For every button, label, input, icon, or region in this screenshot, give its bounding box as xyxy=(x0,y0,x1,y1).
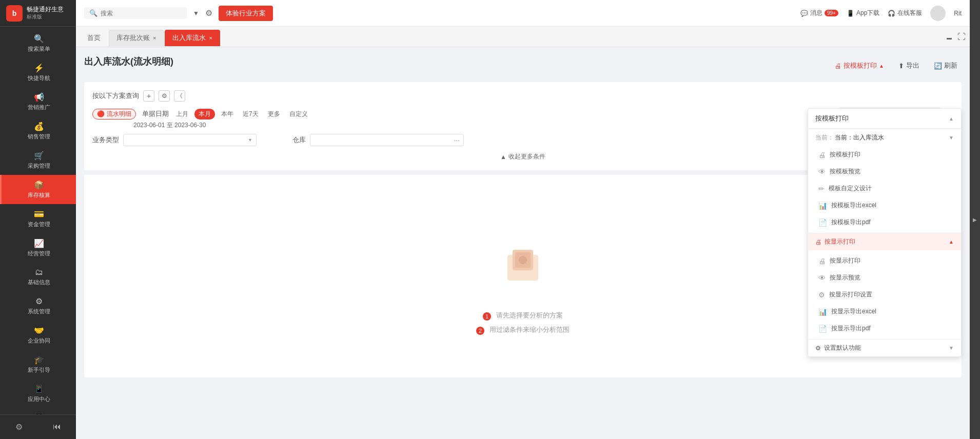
sidebar-item-quicknav[interactable]: ⚡ 快捷导航 xyxy=(0,58,76,87)
display-preview-label: 按显示预览 xyxy=(830,273,860,282)
date-btn-custom[interactable]: 自定义 xyxy=(286,109,311,119)
sidebar-item-guide[interactable]: 🎓 新手引导 xyxy=(0,350,76,379)
biz-type-select-wrap[interactable] xyxy=(123,134,257,146)
svg-point-3 xyxy=(519,256,527,264)
dropdown-header: 按模板打印 ▲ xyxy=(808,109,961,129)
biz-type-select[interactable] xyxy=(123,134,257,146)
dropdown-footer[interactable]: ⚙ 设置默认功能 ▼ xyxy=(808,339,961,356)
dropdown-item-display-settings[interactable]: ⚙ 按显示打印设置 xyxy=(808,286,961,303)
sidebar-item-wechat[interactable]: 💬 企业微信 xyxy=(0,408,76,414)
logo-icon: b xyxy=(6,5,23,22)
page-title: 出入库流水(流水明细) xyxy=(84,55,173,68)
display-pdf-icon: 📄 xyxy=(818,325,827,333)
app-download-button[interactable]: 📱 App下载 xyxy=(847,9,879,17)
export-button[interactable]: ⬆ 导出 xyxy=(894,59,924,72)
display-excel-label: 按显示导出excel xyxy=(831,307,876,316)
warehouse-more-icon[interactable]: ··· xyxy=(454,136,460,144)
sidebar-item-purchase[interactable]: 🛒 采购管理 xyxy=(0,146,76,175)
sidebar: b 畅捷通好生意 标准版 🔍 搜索菜单 ⚡ 快捷导航 📢 营销推广 💰 xyxy=(0,0,76,439)
dropdown-current[interactable]: 当前： 当前：出入库流水 ▼ xyxy=(808,129,961,144)
template-excel-label: 按模板导出excel xyxy=(831,201,876,210)
tab-batch-label: 库存批次账 xyxy=(116,33,150,43)
sidebar-item-search[interactable]: 🔍 搜索菜单 xyxy=(0,29,76,58)
dropdown-item-display-pdf[interactable]: 📄 按显示导出pdf xyxy=(808,320,961,337)
filter-settings-button[interactable]: ⚙ xyxy=(159,90,170,102)
date-btn-7days[interactable]: 近7天 xyxy=(240,109,262,119)
date-btn-more[interactable]: 更多 xyxy=(265,109,283,119)
display-preview-icon: 👁 xyxy=(818,274,826,282)
dropdown-item-display-excel[interactable]: 📊 按显示导出excel xyxy=(808,303,961,320)
dropdown-item-template-preview[interactable]: 👁 按模板预览 xyxy=(808,163,961,180)
dropdown-item-template-print[interactable]: 🖨 按模板打印 xyxy=(808,146,961,163)
tab-flow-close-icon[interactable]: × xyxy=(209,35,212,41)
display-print-items: 🖨 按显示打印 👁 按显示预览 ⚙ 按显示打印设置 xyxy=(808,250,961,339)
sidebar-item-operations[interactable]: 📈 经营管理 xyxy=(0,233,76,263)
dropdown-collapse-icon[interactable]: ▲ xyxy=(949,116,954,122)
sidebar-item-label: 基础信息 xyxy=(28,278,50,286)
search-menu-icon: 🔍 xyxy=(34,34,44,44)
date-btn-thismonth[interactable]: 本月 xyxy=(194,109,215,119)
service-button[interactable]: 🎧 在线客服 xyxy=(888,9,922,17)
sidebar-item-label: 库存核算 xyxy=(28,191,50,199)
sidebar-collapse-btn[interactable]: ⏮ xyxy=(51,420,63,434)
filter-add-button[interactable]: + xyxy=(143,90,154,102)
inventory-icon: 📦 xyxy=(34,180,44,190)
sidebar-item-collab[interactable]: 🤝 企业协同 xyxy=(0,321,76,350)
excel-icon: 📊 xyxy=(818,202,827,210)
print-template-button[interactable]: 🖨 按模板打印 ▲ xyxy=(831,59,888,72)
warehouse-input[interactable] xyxy=(310,134,464,146)
msg-icon: 💬 xyxy=(800,10,808,17)
preview-icon: 👁 xyxy=(818,168,826,176)
dropdown-item-template-pdf[interactable]: 📄 按模板导出pdf xyxy=(808,214,961,231)
date-btn-thisyear[interactable]: 本年 xyxy=(218,109,237,119)
tab-minimize-icon[interactable]: 🗕 xyxy=(945,32,953,42)
date-btn-lastmonth[interactable]: 上月 xyxy=(173,109,191,119)
topbar-dropdown-icon[interactable]: ▼ xyxy=(193,10,199,17)
sidebar-item-appstore[interactable]: 📱 应用中心 xyxy=(0,379,76,408)
trial-button[interactable]: 体验行业方案 xyxy=(219,6,273,21)
refresh-button[interactable]: 🔄 刷新 xyxy=(930,59,962,72)
filter-date-item: 单据日期 上月 本月 本年 近7天 更多 自定义 xyxy=(142,109,311,119)
marketing-icon: 📢 xyxy=(34,92,44,102)
dropdown-item-display-preview[interactable]: 👁 按显示预览 xyxy=(808,269,961,286)
filter-label: 按以下方案查询 xyxy=(92,91,139,101)
tab-home[interactable]: 首页 xyxy=(80,30,108,46)
dropdown-item-template-excel[interactable]: 📊 按模板导出excel xyxy=(808,197,961,214)
sidebar-item-marketing[interactable]: 📢 营销推广 xyxy=(0,87,76,116)
filter-type-tag[interactable]: 🔴 流水明细 xyxy=(92,109,136,119)
basic-icon: 🗂 xyxy=(35,268,43,277)
search-input[interactable] xyxy=(101,10,162,17)
sidebar-item-system[interactable]: ⚙ 系统管理 xyxy=(0,291,76,321)
display-print-section-header[interactable]: 🖨 按显示打印 ▲ xyxy=(808,233,961,250)
topbar-search-box[interactable]: 🔍 xyxy=(84,7,187,19)
sidebar-item-finance[interactable]: 💳 资金管理 xyxy=(0,204,76,233)
sidebar-item-sales[interactable]: 💰 销售管理 xyxy=(0,116,76,146)
collapse-more-button[interactable]: ▲ 收起更多条件 xyxy=(496,151,550,162)
avatar[interactable] xyxy=(930,6,946,21)
filter-warehouse-item: 仓库 ··· xyxy=(292,134,464,146)
sidebar-item-label: 经营管理 xyxy=(28,250,50,257)
service-label: 在线客服 xyxy=(897,9,922,17)
filter-collapse-button[interactable]: 《 xyxy=(174,90,185,102)
dropdown-item-template-design[interactable]: ✏ 模板自定义设计 xyxy=(808,180,961,197)
username-text[interactable]: Rit xyxy=(954,10,962,17)
right-scroll-handle[interactable]: ▶ xyxy=(970,0,980,439)
tab-flow[interactable]: 出入库流水 × xyxy=(165,30,220,46)
sidebar-item-inventory[interactable]: 📦 库存核算 xyxy=(0,175,76,204)
msg-label: 消息 xyxy=(810,9,822,17)
sidebar-item-basic[interactable]: 🗂 基础信息 xyxy=(0,263,76,291)
dropdown-current-arrow[interactable]: ▼ xyxy=(949,135,954,141)
msg-button[interactable]: 💬 消息 99+ xyxy=(800,9,838,17)
tab-batch-close-icon[interactable]: × xyxy=(153,35,156,41)
app-icon: 📱 xyxy=(847,10,854,17)
topbar-gear-icon[interactable]: ⚙ xyxy=(205,8,212,18)
sidebar-settings-btn[interactable]: ⚙ xyxy=(13,420,25,434)
template-print-label: 按模板打印 xyxy=(830,150,860,159)
msg-badge: 99+ xyxy=(825,10,838,16)
tab-batch-account[interactable]: 库存批次账 × xyxy=(109,30,164,46)
system-icon: ⚙ xyxy=(35,296,43,306)
export-icon: ⬆ xyxy=(898,62,904,70)
tab-expand-icon[interactable]: ⛶ xyxy=(957,32,966,42)
dropdown-item-display-print[interactable]: 🖨 按显示打印 xyxy=(808,252,961,269)
tabs-bar: 首页 库存批次账 × 出入库流水 × 🗕 ⛶ xyxy=(76,27,970,47)
